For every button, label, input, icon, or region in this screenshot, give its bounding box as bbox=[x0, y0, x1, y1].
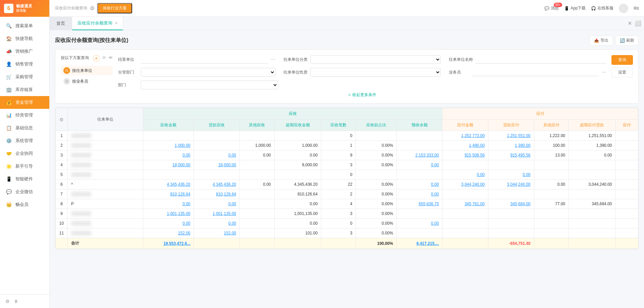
sidebar-item-basic[interactable]: 📋基础信息 bbox=[0, 122, 49, 134]
recv_amt-cell[interactable]: 0.00 bbox=[143, 199, 194, 209]
settlement-unit-dots[interactable]: ··· bbox=[271, 56, 275, 62]
sidebar-item-purchase[interactable]: 🛒采购管理 bbox=[0, 71, 49, 83]
prepay_bal-cell[interactable]: 0.00 bbox=[396, 180, 442, 189]
prepay_bal-cell[interactable]: 655,636.75 bbox=[396, 199, 442, 209]
settlement-unit-input[interactable] bbox=[141, 56, 268, 63]
salesperson-dots[interactable]: ··· bbox=[602, 69, 606, 75]
partner-name-cell: xxxxxxxxxx bbox=[68, 228, 143, 238]
filter-add-button[interactable]: + bbox=[93, 55, 100, 62]
header-gear-icon[interactable]: ⚙ bbox=[90, 5, 95, 11]
dept-mgr-select[interactable] bbox=[141, 68, 275, 77]
recv_amt-cell[interactable]: 810,126.64 bbox=[143, 189, 194, 199]
app-download-button[interactable]: 📱 App下载 bbox=[564, 5, 586, 11]
scheme-by-salesperson[interactable]: 业 按业务员 bbox=[61, 77, 113, 86]
partner-name-input[interactable] bbox=[476, 56, 606, 63]
sidebar-item-quick[interactable]: 🏠快捷导航 bbox=[0, 32, 49, 45]
recv_amt-cell[interactable]: 152.00 bbox=[143, 228, 194, 238]
sidebar-item-marketing[interactable]: 📣营销推广 bbox=[0, 45, 49, 58]
window-close-icon[interactable]: ✕ bbox=[628, 20, 632, 27]
sidebar-item-wechat[interactable]: 💬企业微信 bbox=[0, 185, 49, 198]
prepay_bal-cell[interactable]: 2,153,333.00 bbox=[396, 150, 442, 160]
pay_amt-cell[interactable]: 1,252,773.00 bbox=[442, 131, 488, 141]
recv_ratio-cell: 0.00% bbox=[356, 141, 396, 150]
loan_recv-cell[interactable]: 0.00 bbox=[194, 150, 240, 160]
username[interactable]: Rit bbox=[634, 6, 639, 11]
sidebar-item-operations[interactable]: 📊经营管理 bbox=[0, 109, 49, 122]
scheme-by-partner[interactable]: 往 按往来单位 bbox=[61, 66, 113, 75]
tab-close-icon[interactable]: × bbox=[115, 21, 117, 26]
sidebar-item-hardware[interactable]: 📱智能硬件 bbox=[0, 173, 49, 185]
recv_count-cell: 0 bbox=[321, 170, 356, 180]
loan_recv-cell[interactable]: 1,001,135.00 bbox=[194, 209, 240, 219]
sidebar-collapse-icon[interactable]: ⏸ bbox=[14, 299, 18, 304]
loan_recv-cell[interactable]: 4,345,436.20 bbox=[194, 180, 240, 189]
loan_recv-cell[interactable]: 18,000.00 bbox=[194, 160, 240, 170]
recv_amt-cell[interactable]: 18,000.00 bbox=[143, 160, 194, 170]
table-row: 1xxxxxxxxxx01,252,773.001,251,551.001,22… bbox=[56, 131, 638, 141]
filter-settings-icon[interactable]: ⊙ bbox=[102, 55, 106, 60]
prepay_bal-cell bbox=[396, 141, 442, 150]
prepay_bal-cell[interactable]: 0.00 bbox=[396, 160, 442, 170]
loan_recv-cell[interactable]: 0.00 bbox=[194, 199, 240, 209]
dept-select[interactable] bbox=[141, 81, 278, 89]
loan_recv-cell[interactable]: 810,126.64 bbox=[194, 189, 240, 199]
filter-partner-category: 往来单位分类 bbox=[283, 55, 441, 64]
partner-nature-select[interactable] bbox=[310, 68, 441, 77]
query-button[interactable]: 查询 bbox=[611, 55, 633, 65]
other_recv-cell bbox=[240, 199, 274, 209]
loan_pay-cell[interactable]: 3,044,240.00 bbox=[488, 180, 534, 189]
loan_pay-cell[interactable]: 915,495.56 bbox=[488, 150, 534, 160]
sidebar-item-search[interactable]: 🔍搜索菜单 bbox=[0, 19, 49, 32]
page-actions: 📤 导出 🔄 刷新 bbox=[590, 36, 639, 45]
pay_amt-cell[interactable]: 3,044,240.00 bbox=[442, 180, 488, 189]
sidebar-item-system[interactable]: ⚙️系统管理 bbox=[0, 134, 49, 147]
pay_tail-cell bbox=[615, 189, 638, 199]
recv_amt-cell[interactable]: 4,345,436.20 bbox=[143, 180, 194, 189]
sidebar-item-inventory[interactable]: 🏢库存核算 bbox=[0, 83, 49, 96]
total-prepay-bal[interactable]: 6,417,215.... bbox=[396, 238, 442, 249]
hardware-icon: 📱 bbox=[5, 176, 12, 182]
loan_recv-cell[interactable]: 152.00 bbox=[194, 228, 240, 238]
loan_pay-cell[interactable]: 345,684.00 bbox=[488, 199, 534, 209]
breadcrumb-text: 应收应付余额查询 bbox=[55, 5, 87, 11]
refresh-button[interactable]: 🔄 刷新 bbox=[615, 36, 639, 45]
recv_amt-cell[interactable]: 1,001,135.00 bbox=[143, 209, 194, 219]
sidebar-item-member[interactable]: 👑畅会员 bbox=[0, 198, 49, 211]
pay_amt-cell[interactable]: 915,508.56 bbox=[442, 150, 488, 160]
loan_recv-cell[interactable]: 0.00 bbox=[194, 219, 240, 228]
total-recv-amt[interactable]: 19,553,472,6... bbox=[143, 238, 194, 249]
prepay_bal-cell[interactable]: 0.00 bbox=[396, 189, 442, 199]
settings-button[interactable]: 设置 bbox=[611, 68, 633, 77]
scheme-partner-icon: 往 bbox=[63, 67, 70, 74]
messages-button[interactable]: 💬 消息 99+ bbox=[544, 5, 559, 11]
loan_pay-cell[interactable]: 1,251,551.00 bbox=[488, 131, 534, 141]
online-service-button[interactable]: 🎧 在线客服 bbox=[591, 5, 613, 11]
export-button[interactable]: 📤 导出 bbox=[590, 36, 613, 45]
loan_pay-cell[interactable]: 1,390.00 bbox=[488, 141, 534, 150]
partner-category-select[interactable] bbox=[310, 55, 441, 64]
table-settings-icon[interactable]: ⚙ bbox=[59, 117, 64, 122]
recv_amt-cell bbox=[143, 131, 194, 141]
tab-receivable-payable[interactable]: 应收应付余额查询 × bbox=[72, 17, 123, 30]
sidebar-settings-icon[interactable]: ⚙ bbox=[5, 299, 10, 304]
window-maximize-icon[interactable]: ⬜ bbox=[635, 20, 641, 27]
pay_amt-cell[interactable]: 1,490.00 bbox=[442, 141, 488, 150]
pay_tail-cell bbox=[615, 160, 638, 170]
avatar[interactable] bbox=[619, 4, 628, 13]
sidebar-item-finance[interactable]: 💰资金管理 bbox=[0, 96, 49, 109]
recv_amt-cell[interactable]: 0.00 bbox=[143, 150, 194, 160]
salesperson-input[interactable] bbox=[472, 69, 599, 76]
loan_pay-cell[interactable]: 0.00 bbox=[488, 170, 534, 180]
pay_amt-cell[interactable]: 0.00 bbox=[442, 170, 488, 180]
sidebar-item-sales[interactable]: 👤销售管理 bbox=[0, 58, 49, 71]
promo-button[interactable]: 体验行业方案 bbox=[97, 3, 132, 13]
prepay_bal-cell[interactable]: 0.00 bbox=[396, 219, 442, 228]
recv_amt-cell[interactable]: 1,000.00 bbox=[143, 141, 194, 150]
filter-more-btn[interactable]: ∧ 收起更多条件 bbox=[118, 92, 606, 98]
pay_amt-cell[interactable]: 345,761.00 bbox=[442, 199, 488, 209]
tab-home[interactable]: 首页 bbox=[50, 17, 72, 30]
recv_amt-cell[interactable]: 0.00 bbox=[143, 219, 194, 228]
sidebar-item-enterprise[interactable]: 🤝企业协同 bbox=[0, 147, 49, 160]
sidebar-item-guide[interactable]: 🌟新手引导 bbox=[0, 160, 49, 173]
filter-collapse-icon[interactable]: ≪ bbox=[108, 55, 113, 60]
